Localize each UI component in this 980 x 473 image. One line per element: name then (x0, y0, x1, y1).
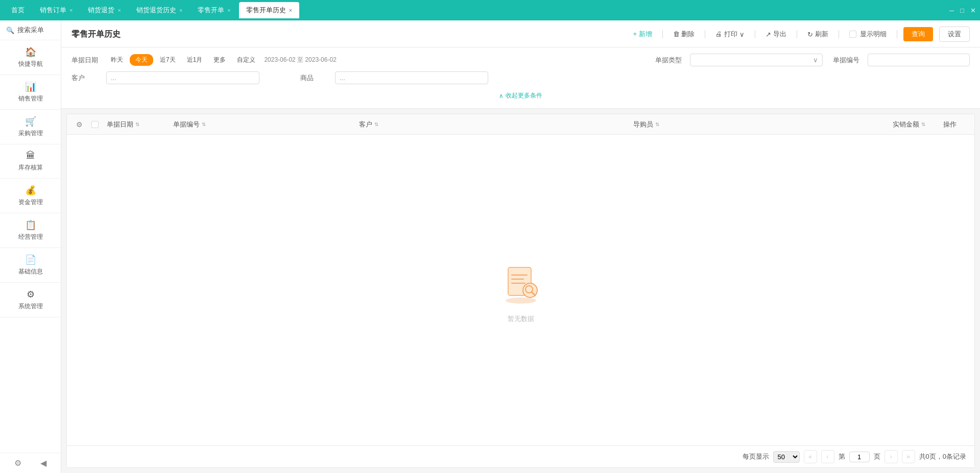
pagination-last[interactable]: » (902, 450, 915, 463)
print-arrow: ∨ (739, 31, 745, 38)
inventory-icon: 🏛 (26, 151, 35, 161)
th-customer: 客户 ⇅ (355, 120, 630, 129)
date-btn-last7[interactable]: 近7天 (155, 54, 180, 66)
filter-bill-no-label: 单据编号 (833, 56, 864, 65)
sidebar-item-sales-label: 销售管理 (18, 94, 43, 103)
divider-5 (839, 30, 839, 38)
table-header: ⚙ 单据日期 ⇅ 单据编号 ⇅ 客户 ⇅ 导购员 ⇅ (67, 114, 974, 135)
main-layout: 🔍 搜索采单 🏠 快捷导航 📊 销售管理 🛒 采购管理 🏛 库存核算 💰 资金管… (0, 20, 980, 473)
sys-mgmt-icon: ⚙ (27, 289, 35, 300)
th-customer-sort[interactable]: ⇅ (374, 121, 378, 127)
tab-retail-open[interactable]: 零售开单 × (190, 2, 237, 18)
th-billno-label: 单据编号 (173, 120, 200, 129)
collapse-filter-row[interactable]: ∧ 收起更多条件 (71, 89, 970, 102)
per-page-select[interactable]: 10 20 50 100 (773, 451, 800, 463)
tab-home[interactable]: 首页 (4, 2, 32, 18)
sidebar-item-inventory-label: 库存核算 (18, 163, 43, 172)
tab-retail-open-history-label: 零售开单历史 (246, 6, 286, 15)
content-area: 零售开单历史 + 新增 🗑 删除 🖨 打印 ∨ (61, 20, 980, 473)
tab-retail-open-history[interactable]: 零售开单历史 × (239, 2, 299, 18)
tab-retail-open-close[interactable]: × (227, 7, 230, 13)
th-date: 单据日期 ⇅ (103, 120, 169, 129)
table-settings-btn[interactable]: ⚙ (71, 120, 87, 129)
tab-sales-return-history[interactable]: 销货退货历史 × (129, 2, 189, 18)
date-btn-yesterday[interactable]: 昨天 (106, 54, 128, 66)
sidebar-settings-btn[interactable]: ⚙ (14, 458, 21, 468)
th-date-sort[interactable]: ⇅ (135, 121, 139, 127)
refresh-label: 刷新 (815, 30, 828, 39)
sidebar-item-finance[interactable]: 💰 资金管理 (0, 179, 61, 213)
operations-icon: 📋 (25, 219, 36, 231)
sidebar-item-sys-mgmt[interactable]: ⚙ 系统管理 (0, 283, 61, 317)
per-page-label: 每页显示 (743, 452, 769, 461)
tab-sales-return[interactable]: 销货退货 × (81, 2, 128, 18)
window-minimize[interactable]: ─ (949, 7, 954, 14)
sidebar-item-base-info-label: 基础信息 (18, 267, 43, 276)
customer-placeholder: ... (111, 74, 116, 82)
sidebar-item-operations[interactable]: 📋 经营管理 (0, 213, 61, 248)
tab-sales-return-label: 销货退货 (88, 6, 114, 15)
pagination-first[interactable]: « (804, 450, 817, 463)
settings-button[interactable]: 设置 (939, 27, 970, 42)
date-btn-last1m[interactable]: 近1月 (182, 54, 207, 66)
page-label: 第 (839, 452, 845, 461)
refresh-button[interactable]: ↻ 刷新 (803, 28, 832, 41)
pagination-next[interactable]: › (885, 450, 898, 463)
delete-button[interactable]: 🗑 删除 (669, 28, 699, 41)
export-icon: ↗ (766, 31, 771, 38)
next-page-icon: › (890, 453, 892, 460)
window-maximize[interactable]: □ (960, 7, 964, 14)
filter-goods: 商品 ... (300, 71, 488, 84)
date-btn-custom[interactable]: 自定义 (232, 54, 260, 66)
query-button[interactable]: 查询 (903, 27, 933, 41)
page-title: 零售开单历史 (71, 29, 121, 40)
sidebar-item-inventory[interactable]: 🏛 库存核算 (0, 144, 61, 179)
finance-icon: 💰 (25, 185, 36, 196)
page-title-row: 零售开单历史 + 新增 🗑 删除 🖨 打印 ∨ (71, 27, 970, 47)
toolbar-right: + 新增 🗑 删除 🖨 打印 ∨ ↗ 导出 (629, 27, 970, 42)
tab-sales-order-close[interactable]: × (69, 7, 73, 13)
date-btn-more[interactable]: 更多 (209, 54, 230, 66)
sidebar-search-label: 搜索采单 (17, 26, 44, 35)
filter-date-buttons: 昨天 今天 近7天 近1月 更多 自定义 (106, 54, 260, 66)
tab-retail-open-history-close[interactable]: × (289, 7, 292, 13)
date-btn-today[interactable]: 今天 (130, 54, 153, 66)
filter-goods-input[interactable]: ... (335, 71, 488, 84)
filter-customer-input[interactable]: ... (106, 71, 259, 84)
pagination-prev[interactable]: ‹ (821, 450, 834, 463)
sidebar-item-quick-nav[interactable]: 🏠 快捷导航 (0, 40, 61, 75)
tab-sales-order[interactable]: 销售订单 × (33, 2, 80, 18)
th-date-label: 单据日期 (107, 120, 133, 129)
home-icon: 🏠 (25, 46, 36, 58)
filter-bill-no-input[interactable] (868, 54, 970, 66)
collapse-label: 收起更多条件 (506, 91, 542, 100)
select-all-checkbox[interactable] (91, 121, 99, 128)
th-amount: 实销金额 ⇅ (868, 120, 929, 129)
tab-sales-return-history-close[interactable]: × (179, 7, 182, 13)
tab-home-label: 首页 (11, 6, 25, 15)
print-button[interactable]: 🖨 打印 ∨ (711, 28, 749, 41)
sidebar-search[interactable]: 🔍 搜索采单 (0, 20, 61, 40)
sidebar-item-purchase-mgmt[interactable]: 🛒 采购管理 (0, 110, 61, 144)
add-button[interactable]: + 新增 (629, 28, 656, 41)
table-select-all[interactable] (87, 121, 103, 128)
th-salesperson-sort[interactable]: ⇅ (655, 121, 659, 127)
filter-bill-type-select[interactable]: ∨ (690, 54, 823, 66)
sidebar-item-base-info[interactable]: 📄 基础信息 (0, 248, 61, 283)
divider-6 (897, 30, 897, 38)
export-button[interactable]: ↗ 导出 (761, 28, 791, 41)
window-close[interactable]: ✕ (970, 7, 976, 14)
show-detail-btn[interactable]: 显示明细 (845, 28, 891, 41)
th-ops: 操作 (929, 120, 970, 129)
tab-sales-return-close[interactable]: × (117, 7, 121, 13)
page-input[interactable] (849, 452, 870, 462)
sidebar-item-sales-mgmt[interactable]: 📊 销售管理 (0, 75, 61, 110)
delete-label: 🗑 删除 (673, 30, 695, 39)
th-ops-label: 操作 (943, 120, 957, 129)
th-billno: 单据编号 ⇅ (169, 120, 355, 129)
th-amount-sort[interactable]: ⇅ (921, 121, 925, 127)
collapse-icon: ∧ (499, 92, 504, 99)
show-detail-label: 显示明细 (860, 30, 887, 39)
sidebar-collapse-btn[interactable]: ◀ (40, 458, 46, 468)
th-billno-sort[interactable]: ⇅ (202, 121, 206, 127)
